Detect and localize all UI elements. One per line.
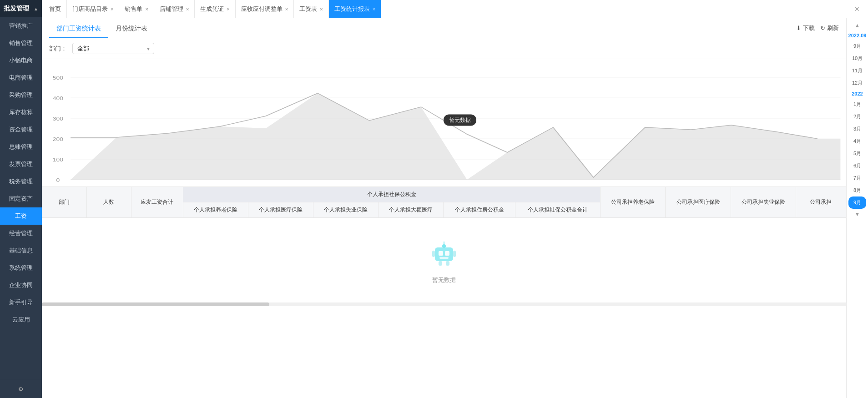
- sidebar-item-云应用[interactable]: 云应用: [0, 311, 42, 328]
- svg-text:500: 500: [53, 75, 63, 81]
- tab-close-icon[interactable]: ×: [285, 6, 288, 12]
- empty-robot-icon: [426, 236, 462, 272]
- svg-text:400: 400: [53, 96, 63, 101]
- close-all-icon[interactable]: ✕: [852, 4, 863, 15]
- svg-rect-14: [439, 251, 443, 256]
- sidebar-item-新手引导[interactable]: 新手引导: [0, 294, 42, 311]
- svg-rect-13: [435, 247, 453, 261]
- timeline-panel: ▲2022.099月10月11月12月20221月2月3月4月5月6月7月8月9…: [846, 18, 868, 398]
- timeline-month-9月[interactable]: 9月: [848, 196, 866, 209]
- refresh-button[interactable]: ↻ 刷新: [820, 24, 839, 32]
- sub-tab-部门工资统计表[interactable]: 部门工资统计表: [49, 18, 108, 38]
- main-area: 首页门店商品目录×销售单×店铺管理×生成凭证×应收应付调整单×工资表×工资统计报…: [42, 0, 868, 398]
- timeline-month-9月[interactable]: 9月: [847, 40, 868, 52]
- download-label: 下载: [803, 24, 815, 32]
- sidebar-header[interactable]: 批发管理 ▲: [0, 0, 42, 17]
- th-公司承担养老保险: 公司承担养老保险: [601, 187, 666, 218]
- refresh-label: 刷新: [827, 24, 839, 32]
- sidebar-item-总账管理[interactable]: 总账管理: [0, 138, 42, 156]
- tab-close-icon[interactable]: ×: [320, 6, 323, 12]
- svg-text:0: 0: [56, 177, 60, 183]
- filter-bar: 部门： 全部: [42, 38, 846, 59]
- sidebar-item-工资[interactable]: 工资: [0, 207, 42, 225]
- sidebar-item-基础信息[interactable]: 基础信息: [0, 242, 42, 259]
- tab-label: 首页: [49, 5, 61, 13]
- th-人数: 人数: [86, 187, 131, 218]
- sidebar-item-经营管理[interactable]: 经营管理: [0, 225, 42, 242]
- table-area[interactable]: 部门人数应发工资合计个人承担社保公积金公司承担养老保险公司承担医疗保险公司承担失…: [42, 186, 846, 398]
- download-icon: ⬇: [796, 25, 801, 31]
- svg-rect-18: [444, 242, 444, 245]
- sidebar-item-固定资产[interactable]: 固定资产: [0, 190, 42, 207]
- svg-text:200: 200: [53, 136, 63, 142]
- svg-text:300: 300: [53, 116, 63, 121]
- tab-close-icon[interactable]: ×: [186, 6, 189, 12]
- tab-bar: 首页门店商品目录×销售单×店铺管理×生成凭证×应收应付调整单×工资表×工资统计报…: [42, 0, 868, 18]
- tab-close-icon[interactable]: ×: [373, 6, 375, 12]
- table-scrollbar[interactable]: [42, 302, 846, 306]
- tab-label: 销售单: [125, 5, 142, 13]
- th-公司承担医疗保险: 公司承担医疗保险: [666, 187, 731, 218]
- timeline-month-5月[interactable]: 5月: [847, 147, 868, 160]
- sidebar-item-采购管理[interactable]: 采购管理: [0, 86, 42, 104]
- sidebar-arrow-icon: ▲: [34, 6, 38, 11]
- chart-no-data-tooltip: 暂无数据: [444, 115, 476, 126]
- sub-tab-actions: ⬇ 下载 ↻ 刷新: [796, 24, 839, 32]
- tab-close-icon[interactable]: ×: [111, 6, 113, 12]
- sub-tab-月份统计表[interactable]: 月份统计表: [108, 18, 155, 38]
- tab-生成凭证[interactable]: 生成凭证×: [195, 0, 235, 18]
- sidebar-item-税务管理[interactable]: 税务管理: [0, 173, 42, 190]
- th-个人承担医疗保险: 个人承担医疗保险: [248, 202, 313, 218]
- sidebar-item-电商管理[interactable]: 电商管理: [0, 69, 42, 86]
- tab-工资统计报表[interactable]: 工资统计报表×: [329, 0, 381, 18]
- timeline-month-4月[interactable]: 4月: [847, 135, 868, 147]
- dept-select[interactable]: 全部: [72, 43, 154, 54]
- sidebar-item-系统管理[interactable]: 系统管理: [0, 259, 42, 277]
- sidebar-item-小畅电商[interactable]: 小畅电商: [0, 52, 42, 69]
- tab-门店商品目录[interactable]: 门店商品目录×: [67, 0, 119, 18]
- th-个人承担大额医疗: 个人承担大额医疗: [378, 202, 444, 218]
- sidebar-footer[interactable]: ⚙: [0, 380, 42, 398]
- timeline-nav-down[interactable]: ▼: [852, 209, 863, 220]
- sub-tab-bar: 部门工资统计表月份统计表 ⬇ 下载 ↻ 刷新: [42, 18, 846, 38]
- tab-应收应付调整单[interactable]: 应收应付调整单×: [236, 0, 294, 18]
- download-button[interactable]: ⬇ 下载: [796, 24, 815, 32]
- timeline-month-11月[interactable]: 11月: [847, 65, 868, 77]
- timeline-month-7月[interactable]: 7月: [847, 172, 868, 184]
- refresh-icon: ↻: [820, 25, 825, 31]
- sidebar-item-企业协同[interactable]: 企业协同: [0, 277, 42, 294]
- sidebar-items: 营销推广销售管理小畅电商电商管理采购管理库存核算资金管理总账管理发票管理税务管理…: [0, 17, 42, 328]
- th-个人承担社保公积金合计: 个人承担社保公积金合计: [515, 202, 601, 218]
- timeline-month-1月[interactable]: 1月: [847, 98, 868, 111]
- tab-首页[interactable]: 首页: [44, 0, 67, 18]
- tab-店铺管理[interactable]: 店铺管理×: [154, 0, 195, 18]
- timeline-month-10月[interactable]: 10月: [847, 52, 868, 65]
- svg-marker-12: [71, 93, 840, 180]
- timeline-nav-up[interactable]: ▲: [852, 20, 863, 31]
- timeline-month-6月[interactable]: 6月: [847, 160, 868, 172]
- sub-tabs: 部门工资统计表月份统计表: [49, 18, 155, 38]
- svg-rect-22: [446, 261, 449, 266]
- timeline-month-3月[interactable]: 3月: [847, 123, 868, 135]
- dept-select-wrapper[interactable]: 全部: [72, 43, 154, 54]
- sidebar-item-库存核算[interactable]: 库存核算: [0, 104, 42, 121]
- th-公司承担失业保险: 公司承担失业保险: [731, 187, 796, 218]
- sidebar-item-营销推广[interactable]: 营销推广: [0, 17, 42, 35]
- tab-工资表[interactable]: 工资表×: [294, 0, 328, 18]
- timeline-month-12月[interactable]: 12月: [847, 77, 868, 89]
- timeline-month-2月[interactable]: 2月: [847, 111, 868, 123]
- empty-state: 暂无数据: [42, 218, 846, 302]
- sidebar-item-发票管理[interactable]: 发票管理: [0, 156, 42, 173]
- tab-销售单[interactable]: 销售单×: [119, 0, 154, 18]
- sidebar-item-资金管理[interactable]: 资金管理: [0, 121, 42, 138]
- sidebar-item-销售管理[interactable]: 销售管理: [0, 35, 42, 52]
- timeline-year-label: 2022: [851, 89, 863, 98]
- settings-icon[interactable]: ⚙: [18, 386, 24, 393]
- tabs-container: 首页门店商品目录×销售单×店铺管理×生成凭证×应收应付调整单×工资表×工资统计报…: [44, 0, 852, 18]
- th-个人承担养老保险: 个人承担养老保险: [183, 202, 248, 218]
- tab-close-icon[interactable]: ×: [227, 6, 229, 12]
- tab-close-icon[interactable]: ×: [145, 6, 148, 12]
- sidebar-title: 批发管理: [4, 5, 29, 13]
- timeline-month-8月[interactable]: 8月: [847, 184, 868, 196]
- chart-area: 0 100 200 300 400 500: [42, 59, 846, 186]
